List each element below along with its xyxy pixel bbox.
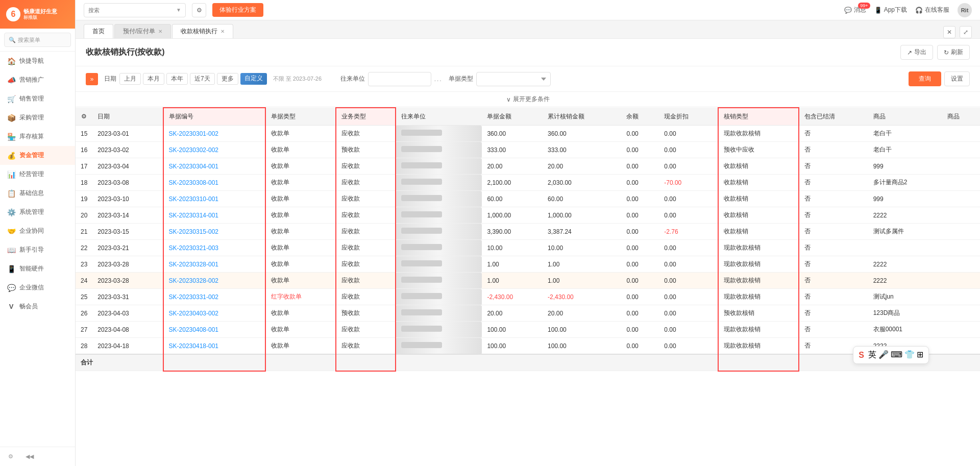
partner-more-icon[interactable]: ... [434, 76, 443, 83]
table-footer: 合计 [76, 354, 980, 371]
gear-button[interactable]: ⚙ [192, 3, 206, 17]
settings-col-header[interactable]: ⚙ [76, 108, 92, 126]
row-voucher-no[interactable]: SK-20230418-001 [163, 338, 265, 355]
settings-bottom-btn[interactable]: ⚙ [4, 451, 17, 462]
sidebar-item-wechat[interactable]: 💬 企业微信 [0, 278, 75, 297]
industry-solution-button[interactable]: 体验行业方案 [212, 3, 263, 17]
sidebar-item-hardware[interactable]: 📱 智能硬件 [0, 259, 75, 278]
voucher-no-col-header[interactable]: 单据编号 [163, 108, 265, 126]
tab-collection[interactable]: 收款核销执行 ✕ [172, 24, 233, 38]
sidebar-item-sales[interactable]: 🛒 销售管理 [0, 89, 75, 108]
row-date: 2023-04-08 [92, 322, 163, 338]
this-month-btn[interactable]: 本月 [143, 73, 164, 85]
app-download-link[interactable]: 📱 App下载 [874, 6, 907, 14]
row-partner [396, 142, 482, 158]
watermark-icon-keyboard: ⌨ [891, 350, 902, 360]
row-voucher-no[interactable]: SK-20230304-001 [163, 158, 265, 175]
include-settled-col-header[interactable]: 包含已结清 [799, 108, 868, 126]
sidebar-item-system[interactable]: ⚙️ 系统管理 [0, 203, 75, 222]
sidebar-item-marketing[interactable]: 📣 营销推广 [0, 70, 75, 89]
row-voucher-no[interactable]: SK-20230321-003 [163, 240, 265, 256]
last-month-btn[interactable]: 上月 [119, 73, 141, 85]
row-date: 2023-04-03 [92, 305, 163, 322]
watermark-icon-mic: 🎤 [878, 350, 889, 360]
row-voucher-no[interactable]: SK-20230328-001 [163, 256, 265, 273]
this-year-btn[interactable]: 本年 [166, 73, 188, 85]
headset-icon: 🎧 [915, 7, 923, 14]
sidebar-item-inventory[interactable]: 🏪 库存核算 [0, 127, 75, 146]
custom-date-btn[interactable]: 自定义 [240, 73, 267, 85]
query-button[interactable]: 查询 [909, 71, 941, 86]
expand-more-bar: ∨ 展开更多条件 [76, 92, 980, 107]
row-voucher-no[interactable]: SK-20230310-001 [163, 191, 265, 207]
row-amount: 20.00 [482, 158, 543, 175]
row-goods2 [942, 322, 980, 338]
row-amount: 20.00 [482, 305, 543, 322]
sidebar-item-operation[interactable]: 📊 经营管理 [0, 165, 75, 184]
sidebar-item-member[interactable]: V 畅会员 [0, 297, 75, 316]
sidebar-item-basic[interactable]: 📋 基础信息 [0, 184, 75, 203]
row-voucher-no[interactable]: SK-20230408-001 [163, 322, 265, 338]
verify-type-col-header[interactable]: 核销类型 [718, 108, 799, 126]
goods-col-header[interactable]: 商品 [868, 108, 942, 126]
filter-bar: » 日期 上月 本月 本年 近7天 更多 自定义 不限 至 2023-07-26… [76, 66, 980, 92]
row-amount: 333.00 [482, 142, 543, 158]
sidebar-item-enterprise[interactable]: 🤝 企业协同 [0, 222, 75, 240]
collapse-sidebar-btn[interactable]: ◀◀ [21, 451, 38, 462]
discount-col-header[interactable]: 现金折扣 [659, 108, 718, 126]
balance-col-header[interactable]: 余额 [621, 108, 659, 126]
row-voucher-no[interactable]: SK-20230315-002 [163, 224, 265, 240]
footer-voucher-no [163, 354, 265, 371]
customer-service-link[interactable]: 🎧 在线客服 [915, 6, 949, 14]
more-date-btn[interactable]: 更多 [217, 73, 238, 85]
amount-col-header[interactable]: 单据金额 [482, 108, 543, 126]
watermark-overlay: S 英 🎤 ⌨ 👕 ⊞ [853, 346, 929, 364]
row-verify-type: 现款收款核销 [718, 289, 799, 305]
row-balance: 0.00 [621, 256, 659, 273]
row-verified: 20.00 [543, 305, 621, 322]
row-voucher-no[interactable]: SK-20230403-002 [163, 305, 265, 322]
row-biz-type: 应收款 [336, 175, 396, 191]
voucher-type-select[interactable] [476, 72, 551, 86]
row-voucher-no[interactable]: SK-20230308-001 [163, 175, 265, 191]
filter-setting-button[interactable]: 设置 [944, 71, 970, 86]
row-balance: 0.00 [621, 191, 659, 207]
close-payable-tab-icon[interactable]: ✕ [158, 29, 162, 34]
voucher-type-col-header[interactable]: 单据类型 [265, 108, 336, 126]
last-7days-btn[interactable]: 近7天 [190, 73, 215, 85]
date-col-header[interactable]: 日期 [92, 108, 163, 126]
row-voucher-no[interactable]: SK-20230331-002 [163, 289, 265, 305]
row-voucher-no[interactable]: SK-20230302-002 [163, 142, 265, 158]
user-avatar[interactable]: Rit [958, 3, 972, 17]
top-search-input[interactable] [88, 7, 174, 13]
filter-expand-button[interactable]: » [86, 73, 98, 85]
tab-home[interactable]: 首页 [84, 24, 113, 38]
biz-type-col-header[interactable]: 业务类型 [336, 108, 396, 126]
tab-payable[interactable]: 预付/应付单 ✕ [114, 24, 171, 38]
goods2-col-header[interactable]: 商品 [942, 108, 980, 126]
refresh-button[interactable]: ↻ 刷新 [937, 45, 970, 60]
row-voucher-no[interactable]: SK-20230314-001 [163, 207, 265, 224]
row-amount: 10.00 [482, 240, 543, 256]
sidebar-item-quick-nav[interactable]: 🏠 快捷导航 [0, 52, 75, 70]
sidebar-item-purchase[interactable]: 📦 采购管理 [0, 108, 75, 127]
maximize-tab-button[interactable]: ⤢ [960, 26, 972, 38]
sidebar-item-guide[interactable]: 📖 新手引导 [0, 240, 75, 259]
expand-more-button[interactable]: ∨ 展开更多条件 [506, 95, 550, 104]
row-voucher-no[interactable]: SK-20230301-002 [163, 126, 265, 142]
close-tab-button[interactable]: ✕ [943, 26, 955, 38]
close-collection-tab-icon[interactable]: ✕ [220, 29, 225, 34]
verified-amount-col-header[interactable]: 累计核销金额 [543, 108, 621, 126]
row-date: 2023-03-31 [92, 289, 163, 305]
export-button[interactable]: ↗ 导出 [900, 45, 933, 60]
row-goods: 2222 [868, 273, 942, 289]
row-date: 2023-03-10 [92, 191, 163, 207]
notification-button[interactable]: 💬 消息 99+ [844, 6, 866, 14]
sidebar-item-finance[interactable]: 💰 资金管理 [0, 146, 75, 165]
row-goods: 2222 [868, 256, 942, 273]
search-menu-button[interactable]: 🔍 搜索菜单 [4, 33, 71, 47]
partner-input[interactable] [368, 72, 431, 86]
row-voucher-no[interactable]: SK-20230328-002 [163, 273, 265, 289]
partner-col-header[interactable]: 往来单位 [396, 108, 482, 126]
dropdown-arrow-icon[interactable]: ▼ [176, 7, 181, 13]
